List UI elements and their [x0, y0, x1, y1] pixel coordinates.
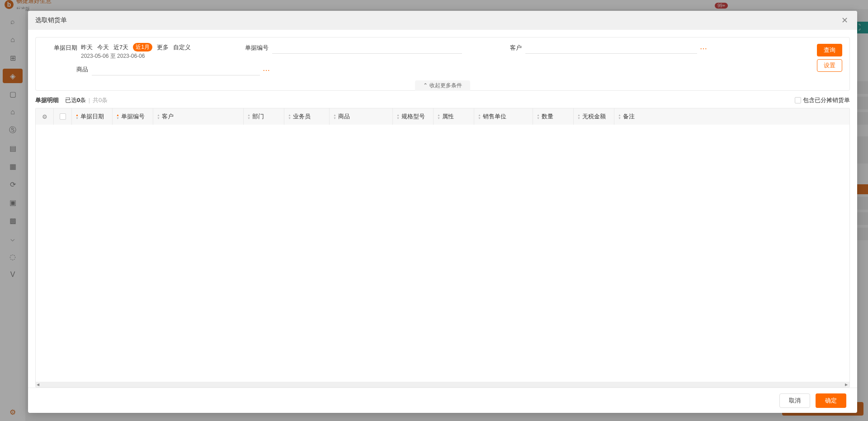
date-range-display: 2023-05-06 至 2023-06-06 [81, 52, 191, 60]
filter-number-group: 单据编号 [236, 43, 462, 54]
col-checkbox[interactable] [54, 108, 72, 125]
sort-icon: ▲▼ [437, 113, 440, 120]
filter-customer-group: 客户 ⋯ [489, 43, 708, 54]
sort-icon: ▲▼ [157, 113, 160, 120]
col-qty[interactable]: ▲▼ 数量 [533, 108, 574, 125]
filter-actions: 查询 设置 [817, 44, 842, 72]
col-gear[interactable]: ⚙ [36, 108, 54, 125]
sort-icon: ▲▼ [247, 113, 250, 120]
preset-more[interactable]: 更多 [157, 43, 169, 51]
col-dept[interactable]: ▲▼ 部门 [244, 108, 284, 125]
sort-icon: ▲▼ [288, 113, 291, 120]
data-table: ⚙ ▲▼ 单据日期 ▲▼ 单据编号 ▲▼ 客户 ▲▼ [35, 108, 850, 388]
chevron-up-icon: ⌃ [423, 82, 429, 89]
customer-lookup-icon[interactable]: ⋯ [700, 44, 708, 53]
filter-number-label: 单据编号 [236, 43, 272, 52]
sort-icon: ▲▼ [577, 113, 580, 120]
sort-icon: ▲▼ [75, 113, 79, 120]
horizontal-scrollbar[interactable]: ◀ ▶ [36, 382, 849, 387]
close-icon: ✕ [841, 15, 848, 25]
sort-icon: ▲▼ [333, 113, 336, 120]
col-amount[interactable]: ▲▼ 无税金额 [574, 108, 614, 125]
collapse-filters-button[interactable]: ⌃ 收起更多条件 [415, 80, 470, 91]
filter-product-group: 商品 ⋯ [45, 65, 270, 75]
col-date[interactable]: ▲▼ 单据日期 [72, 108, 113, 125]
sort-icon: ▲▼ [618, 113, 621, 120]
preset-custom[interactable]: 自定义 [173, 43, 191, 51]
col-customer[interactable]: ▲▼ 客户 [153, 108, 244, 125]
col-spec[interactable]: ▲▼ 规格型号 [393, 108, 434, 125]
checkbox-icon [60, 113, 66, 120]
col-product[interactable]: ▲▼ 商品 [330, 108, 393, 125]
modal-footer: 取消 确定 [28, 388, 857, 413]
col-unit[interactable]: ▲▼ 销售单位 [474, 108, 533, 125]
preset-last7[interactable]: 近7天 [113, 43, 128, 51]
filter-date-label: 单据日期 [45, 43, 81, 52]
query-button[interactable]: 查询 [817, 44, 842, 56]
filter-product-label: 商品 [45, 65, 92, 74]
modal-header: 选取销货单 ✕ [28, 11, 857, 30]
filter-customer-input[interactable] [525, 43, 697, 54]
col-remark[interactable]: ▲▼ 备注 [614, 108, 849, 125]
preset-today[interactable]: 今天 [97, 43, 109, 51]
close-button[interactable]: ✕ [839, 15, 850, 26]
list-title: 单据明细 [35, 96, 59, 104]
filter-settings-button[interactable]: 设置 [817, 59, 842, 72]
checkbox-icon [795, 97, 801, 103]
sort-icon: ▲▼ [478, 113, 481, 120]
preset-yesterday[interactable]: 昨天 [81, 43, 93, 51]
product-lookup-icon[interactable]: ⋯ [263, 66, 270, 75]
include-assigned-checkbox[interactable]: 包含已分摊销货单 [795, 96, 850, 104]
table-body-empty [36, 125, 849, 382]
gear-icon: ⚙ [42, 113, 47, 120]
col-number[interactable]: ▲▼ 单据编号 [113, 108, 153, 125]
filter-panel: 单据日期 昨天 今天 近7天 近1月 更多 自定义 2023-05-06 至 [35, 37, 850, 91]
select-sales-order-modal: 选取销货单 ✕ 单据日期 昨天 今天 近7天 近1月 更多 自 [28, 11, 857, 413]
modal-title: 选取销货单 [35, 16, 67, 24]
confirm-button[interactable]: 确定 [816, 393, 846, 408]
filter-customer-label: 客户 [489, 43, 525, 52]
sort-icon: ▲▼ [116, 113, 119, 120]
selected-count: 已选0条 | 共0条 [65, 96, 108, 104]
preset-last-month[interactable]: 近1月 [133, 43, 152, 51]
col-salesman[interactable]: ▲▼ 业务员 [284, 108, 330, 125]
filter-number-input[interactable] [272, 43, 462, 54]
list-header: 单据明细 已选0条 | 共0条 包含已分摊销货单 [35, 96, 850, 104]
filter-product-input[interactable] [92, 65, 260, 75]
col-attr[interactable]: ▲▼ 属性 [434, 108, 474, 125]
sort-icon: ▲▼ [396, 113, 400, 120]
table-header: ⚙ ▲▼ 单据日期 ▲▼ 单据编号 ▲▼ 客户 ▲▼ [36, 108, 849, 125]
filter-date-group: 单据日期 昨天 今天 近7天 近1月 更多 自定义 2023-05-06 至 [45, 43, 191, 60]
scroll-right-icon: ▶ [845, 383, 849, 386]
scroll-left-icon: ◀ [37, 383, 40, 386]
sort-icon: ▲▼ [537, 113, 540, 120]
cancel-button[interactable]: 取消 [779, 393, 810, 408]
